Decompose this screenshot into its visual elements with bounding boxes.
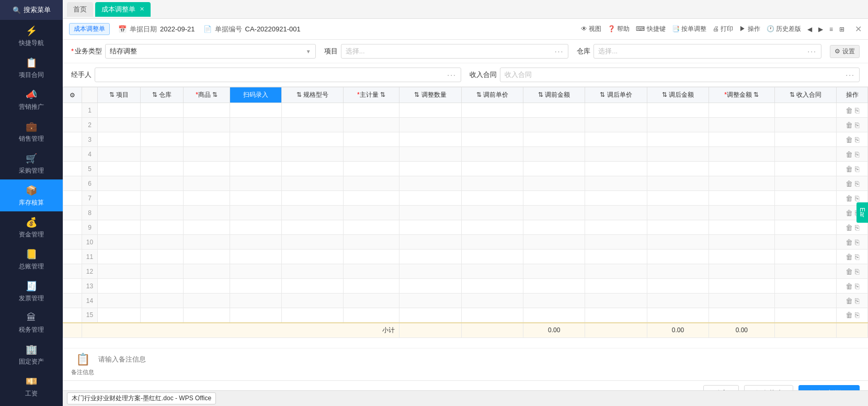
cell-adjust_qty[interactable] bbox=[399, 191, 461, 206]
cell-scan[interactable] bbox=[230, 220, 281, 235]
notes-icon-box[interactable]: 📋 备注信息 bbox=[71, 353, 94, 376]
delete-icon[interactable]: 🗑 bbox=[846, 253, 853, 261]
cell-scan[interactable] bbox=[230, 206, 281, 220]
cell-warehouse[interactable] bbox=[141, 250, 184, 264]
cell-project[interactable] bbox=[98, 279, 141, 294]
tab-home[interactable]: 首页 bbox=[67, 2, 93, 17]
cell-scan[interactable] bbox=[230, 250, 281, 264]
settings-button[interactable]: ⚙ 设置 bbox=[830, 45, 860, 58]
cell-after_unit_price[interactable] bbox=[585, 147, 647, 162]
cell-income_contract[interactable] bbox=[774, 176, 836, 191]
cell-unit[interactable] bbox=[343, 220, 399, 235]
cell-project[interactable] bbox=[98, 118, 141, 132]
cell-scan[interactable] bbox=[230, 294, 281, 308]
copy-icon[interactable]: ⎘ bbox=[855, 223, 859, 232]
sidebar-item-operations[interactable]: 📊 经营管理 bbox=[0, 402, 63, 406]
action-operation[interactable]: ▶ 操作 bbox=[739, 25, 760, 33]
copy-icon[interactable]: ⎘ bbox=[855, 121, 859, 129]
cell-income_contract[interactable] bbox=[774, 206, 836, 220]
project-input[interactable]: 选择... ··· bbox=[341, 44, 569, 59]
cell-adjust_amount[interactable] bbox=[709, 235, 774, 250]
cell-spec[interactable] bbox=[281, 162, 343, 176]
cell-product[interactable] bbox=[184, 176, 230, 191]
tab-close-icon[interactable]: ✕ bbox=[140, 6, 144, 13]
copy-icon[interactable]: ⎘ bbox=[855, 297, 859, 305]
cell-prev_amount[interactable] bbox=[523, 162, 585, 176]
cell-scan[interactable] bbox=[230, 235, 281, 250]
copy-icon[interactable]: ⎘ bbox=[855, 311, 859, 319]
cell-product[interactable] bbox=[184, 147, 230, 162]
cell-adjust_amount[interactable] bbox=[709, 206, 774, 220]
cell-prev_unit_price[interactable] bbox=[461, 118, 523, 132]
col-after-amount[interactable]: ⇅ 调后金额 bbox=[647, 87, 709, 103]
cell-after_unit_price[interactable] bbox=[585, 176, 647, 191]
cell-project[interactable] bbox=[98, 235, 141, 250]
cell-product[interactable] bbox=[184, 308, 230, 323]
cell-after_amount[interactable] bbox=[647, 147, 709, 162]
delete-icon[interactable]: 🗑 bbox=[846, 136, 853, 144]
cell-unit[interactable] bbox=[343, 162, 399, 176]
cell-prev_unit_price[interactable] bbox=[461, 264, 523, 279]
cell-product[interactable] bbox=[184, 294, 230, 308]
cell-adjust_amount[interactable] bbox=[709, 176, 774, 191]
cell-prev_unit_price[interactable] bbox=[461, 147, 523, 162]
cell-adjust_amount[interactable] bbox=[709, 147, 774, 162]
action-batch-adjust[interactable]: 📑 按单调整 bbox=[672, 25, 706, 33]
cell-prev_amount[interactable] bbox=[523, 279, 585, 294]
cell-unit[interactable] bbox=[343, 308, 399, 323]
cell-spec[interactable] bbox=[281, 294, 343, 308]
income-contract-input[interactable]: 收入合同 ··· bbox=[500, 67, 860, 82]
view-toggle2[interactable]: ⊞ bbox=[839, 26, 844, 33]
cell-warehouse[interactable] bbox=[141, 118, 184, 132]
col-scan[interactable]: 扫码录入 bbox=[230, 87, 281, 103]
cell-unit[interactable] bbox=[343, 103, 399, 118]
col-after-unit-price[interactable]: ⇅ 调后单价 bbox=[585, 87, 647, 103]
cell-project[interactable] bbox=[98, 264, 141, 279]
cell-spec[interactable] bbox=[281, 308, 343, 323]
col-income-contract[interactable]: ⇅ 收入合同 bbox=[774, 87, 836, 103]
cell-adjust_amount[interactable] bbox=[709, 250, 774, 264]
cell-prev_amount[interactable] bbox=[523, 191, 585, 206]
cell-product[interactable] bbox=[184, 250, 230, 264]
cell-after_unit_price[interactable] bbox=[585, 103, 647, 118]
copy-icon[interactable]: ⎘ bbox=[855, 179, 859, 188]
cell-prev_amount[interactable] bbox=[523, 294, 585, 308]
col-warehouse[interactable]: ⇅ 仓库 bbox=[141, 87, 184, 103]
cell-unit[interactable] bbox=[343, 132, 399, 147]
cell-income_contract[interactable] bbox=[774, 118, 836, 132]
cell-spec[interactable] bbox=[281, 103, 343, 118]
cell-after_unit_price[interactable] bbox=[585, 132, 647, 147]
sidebar-item-project-contract[interactable]: 📋 项目合同 bbox=[0, 52, 63, 84]
sidebar-item-sales-management[interactable]: 💼 销售管理 bbox=[0, 116, 63, 148]
cell-after_unit_price[interactable] bbox=[585, 308, 647, 323]
cell-after_amount[interactable] bbox=[647, 191, 709, 206]
sidebar-item-fixed-assets[interactable]: 🏢 固定资产 bbox=[0, 339, 63, 370]
col-spec[interactable]: ⇅ 规格型号 bbox=[281, 87, 343, 103]
cell-spec[interactable] bbox=[281, 279, 343, 294]
cell-income_contract[interactable] bbox=[774, 235, 836, 250]
cell-adjust_qty[interactable] bbox=[399, 279, 461, 294]
delete-icon[interactable]: 🗑 bbox=[846, 209, 853, 217]
cell-scan[interactable] bbox=[230, 118, 281, 132]
cell-adjust_amount[interactable] bbox=[709, 132, 774, 147]
action-view[interactable]: 👁 视图 bbox=[581, 25, 601, 33]
cell-scan[interactable] bbox=[230, 264, 281, 279]
cell-scan[interactable] bbox=[230, 103, 281, 118]
cell-product[interactable] bbox=[184, 162, 230, 176]
cell-project[interactable] bbox=[98, 206, 141, 220]
cell-warehouse[interactable] bbox=[141, 294, 184, 308]
cell-prev_unit_price[interactable] bbox=[461, 308, 523, 323]
cell-income_contract[interactable] bbox=[774, 103, 836, 118]
cell-spec[interactable] bbox=[281, 132, 343, 147]
sidebar-item-purchase-management[interactable]: 🛒 采购管理 bbox=[0, 148, 63, 179]
cell-product[interactable] bbox=[184, 132, 230, 147]
col-adjust-qty[interactable]: ⇅ 调整数量 bbox=[399, 87, 461, 103]
action-help[interactable]: ❓ 帮助 bbox=[608, 25, 630, 33]
cell-income_contract[interactable] bbox=[774, 191, 836, 206]
cell-spec[interactable] bbox=[281, 176, 343, 191]
cell-prev_unit_price[interactable] bbox=[461, 191, 523, 206]
cell-adjust_qty[interactable] bbox=[399, 118, 461, 132]
cell-spec[interactable] bbox=[281, 118, 343, 132]
col-adjust-amount[interactable]: *调整金额 ⇅ bbox=[709, 87, 774, 103]
cell-unit[interactable] bbox=[343, 235, 399, 250]
